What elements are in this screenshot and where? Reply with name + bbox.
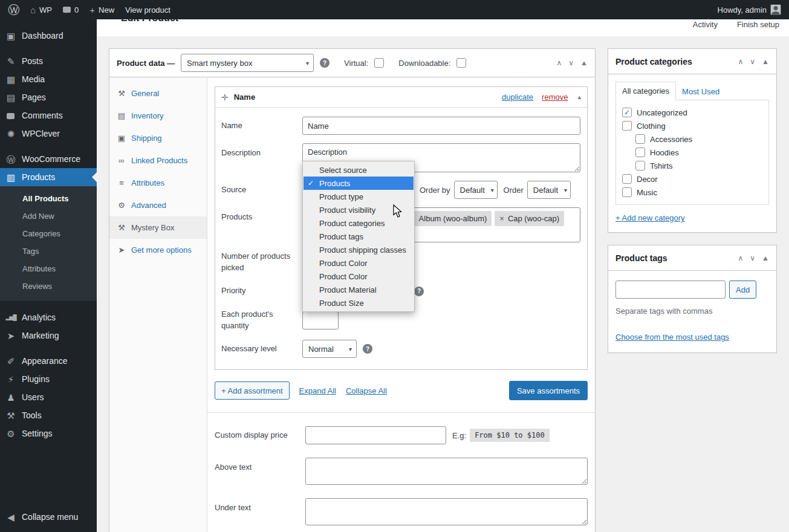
new-content-menu[interactable]: + New: [84, 0, 120, 19]
view-product-link[interactable]: View product: [120, 0, 176, 19]
name-input[interactable]: [302, 117, 580, 135]
category-checkbox[interactable]: [622, 108, 632, 117]
save-assortments-button[interactable]: Save assortments: [509, 381, 588, 400]
sidebar-item-appearance[interactable]: ✐Appearance: [0, 352, 97, 370]
category-checkbox[interactable]: [635, 148, 645, 157]
move-down-icon[interactable]: ∨: [750, 254, 755, 262]
category-checkbox[interactable]: [635, 134, 645, 144]
category-checkbox[interactable]: [622, 174, 632, 184]
sidebar-item-products[interactable]: ▥Products: [0, 168, 97, 186]
assortment-header[interactable]: ✛ Name duplicate remove ▴: [215, 87, 587, 108]
order-by-select[interactable]: Default ▾: [454, 181, 498, 199]
tab-get-more-options[interactable]: ➤Get more options: [109, 239, 207, 261]
dropdown-option-product-color-2[interactable]: Product Color: [304, 270, 414, 283]
add-tag-button[interactable]: Add: [729, 281, 756, 299]
category-checkbox[interactable]: [635, 161, 645, 170]
tab-most-used[interactable]: Most Used: [676, 83, 726, 100]
sidebar-item-marketing[interactable]: ➤Marketing: [0, 326, 97, 345]
custom-display-price-input[interactable]: [305, 426, 446, 444]
duplicate-link[interactable]: duplicate: [502, 92, 533, 102]
dropdown-option-product-categories[interactable]: Product categories: [304, 216, 414, 230]
tab-mystery-box[interactable]: ⚒Mystery Box: [109, 216, 207, 239]
sidebar-item-plugins[interactable]: ⚡Plugins: [0, 370, 97, 388]
remove-chip-icon[interactable]: ×: [499, 214, 504, 223]
priority-help-icon[interactable]: ?: [414, 287, 424, 296]
submenu-item-attributes[interactable]: Attributes: [0, 260, 97, 277]
move-up-icon[interactable]: ∧: [738, 254, 744, 262]
submenu-item-reviews[interactable]: Reviews: [0, 277, 97, 295]
move-down-icon[interactable]: ∨: [750, 57, 755, 66]
sidebar-item-media[interactable]: ▦Media: [0, 70, 97, 88]
dropdown-option-product-visibility[interactable]: Product visibility: [304, 203, 414, 216]
comments-menu[interactable]: 0: [57, 0, 84, 19]
submenu-item-categories[interactable]: Categories: [0, 225, 97, 242]
collapse-all-link[interactable]: Collapse All: [346, 386, 387, 395]
sidebar-item-tools[interactable]: ⚒Tools: [0, 406, 97, 424]
category-checkbox[interactable]: [622, 121, 632, 131]
quantity-row: Each product's quantity: [221, 309, 581, 332]
product-type-select[interactable]: Smart mystery box ▾: [181, 54, 314, 72]
new-tag-input[interactable]: [615, 281, 726, 299]
order-select[interactable]: Default ▾: [527, 181, 571, 199]
remove-link[interactable]: remove: [542, 92, 568, 102]
sidebar-label: Pages: [22, 92, 46, 102]
virtual-checkbox[interactable]: [374, 58, 384, 68]
product-type-help-icon[interactable]: ?: [320, 58, 330, 68]
categories-panel-header[interactable]: Product categories ∧ ∨ ▲: [608, 49, 776, 74]
submenu-item-add-new[interactable]: Add New: [0, 207, 97, 225]
necessary-level-select[interactable]: Normal ▾: [302, 340, 357, 358]
tags-panel-header[interactable]: Product tags ∧ ∨ ▲: [608, 245, 776, 271]
sidebar-item-users[interactable]: ♟Users: [0, 388, 97, 406]
wordpress-menu[interactable]: Ⓦ: [2, 0, 25, 19]
quantity-input[interactable]: [302, 311, 339, 329]
expand-all-link[interactable]: Expand All: [299, 386, 336, 395]
sidebar-item-wpclever[interactable]: ✺WPClever: [0, 125, 97, 143]
move-up-icon[interactable]: ∧: [738, 57, 744, 66]
sidebar-item-comments[interactable]: Comments: [0, 106, 97, 125]
downloadable-checkbox[interactable]: [456, 58, 466, 68]
toggle-panel-icon[interactable]: ▲: [762, 57, 769, 66]
under-text-textarea[interactable]: [305, 498, 588, 525]
submenu-item-tags[interactable]: Tags: [0, 242, 97, 260]
necessary-level-help-icon[interactable]: ?: [363, 344, 372, 354]
choose-most-used-tags-link[interactable]: Choose from the most used tags: [615, 332, 729, 342]
add-assortment-button[interactable]: + Add assortment: [215, 381, 290, 400]
dropdown-option-product-size[interactable]: Product Size: [304, 296, 414, 310]
tab-inventory[interactable]: ▤Inventory: [109, 105, 207, 127]
shipping-icon: ▣: [117, 134, 126, 142]
tab-general[interactable]: ⚒General: [109, 82, 207, 105]
sidebar-item-pages[interactable]: ▤Pages: [0, 88, 97, 106]
dropdown-option-product-color-1[interactable]: Product Color: [304, 256, 414, 270]
dropdown-option-product-tags[interactable]: Product tags: [304, 230, 414, 243]
tab-all-categories[interactable]: All categories: [615, 82, 676, 100]
site-menu[interactable]: ⌂ WP: [25, 0, 57, 19]
move-handle-icon[interactable]: ✛: [221, 93, 229, 102]
category-checkbox[interactable]: [622, 187, 632, 197]
toggle-panel-icon[interactable]: ▲: [762, 254, 769, 262]
sidebar-item-posts[interactable]: ✎Posts: [0, 52, 97, 70]
quantity-label: Each product's quantity: [221, 309, 302, 332]
toggle-panel-icon[interactable]: ▲: [580, 59, 588, 67]
move-down-icon[interactable]: ∨: [568, 59, 574, 67]
tab-advanced[interactable]: ⚙Advanced: [109, 194, 207, 216]
tab-shipping[interactable]: ▣Shipping: [109, 127, 207, 149]
move-up-icon[interactable]: ∧: [557, 59, 562, 67]
collapse-menu-button[interactable]: ◀Collapse menu: [0, 508, 97, 526]
dropdown-option-product-type[interactable]: Product type: [304, 190, 414, 203]
sidebar-item-settings[interactable]: ⚙Settings: [0, 424, 97, 443]
add-new-category-link[interactable]: + Add new category: [615, 213, 685, 222]
account-menu[interactable]: Howdy, admin: [712, 0, 787, 19]
dropdown-option-product-shipping-classes[interactable]: Product shipping classes: [304, 243, 414, 256]
sidebar-item-dashboard[interactable]: ▣Dashboard: [0, 27, 97, 45]
sidebar-item-woocommerce[interactable]: ⓌWooCommerce: [0, 150, 97, 168]
above-text-textarea[interactable]: [305, 458, 588, 485]
dropdown-option-select-source[interactable]: Select source: [304, 163, 414, 177]
product-chip-album: ×Album (woo-album): [406, 211, 492, 226]
tab-linked-products[interactable]: ∞Linked Products: [109, 149, 207, 172]
sidebar-item-analytics[interactable]: ▂▅█Analytics: [0, 308, 97, 326]
submenu-item-all-products[interactable]: All Products: [0, 190, 97, 207]
assortment-toggle-icon[interactable]: ▴: [577, 93, 581, 101]
tab-attributes[interactable]: ≡Attributes: [109, 172, 207, 194]
dropdown-option-products[interactable]: Products: [304, 177, 414, 190]
dropdown-option-product-material[interactable]: Product Material: [304, 283, 414, 296]
